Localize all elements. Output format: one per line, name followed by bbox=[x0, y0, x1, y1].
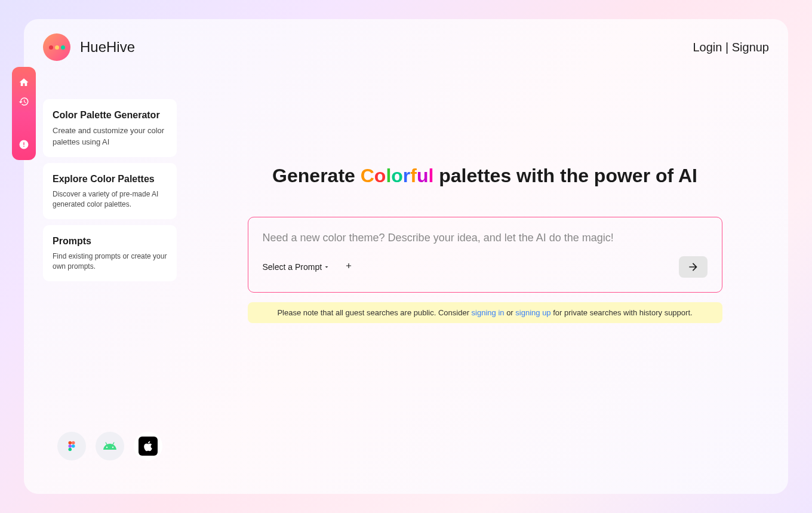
plus-icon[interactable] bbox=[345, 262, 353, 272]
option-desc: Discover a variety of pre-made AI genera… bbox=[53, 189, 167, 210]
center-panel: Generate Colorful palettes with the powe… bbox=[201, 75, 769, 323]
notice-text-1: Please note that all guest searches are … bbox=[277, 308, 471, 317]
option-title: Prompts bbox=[53, 235, 167, 248]
auth-divider: | bbox=[722, 41, 731, 54]
prompt-placeholder[interactable]: Need a new color theme? Describe your id… bbox=[263, 232, 708, 244]
option-card-1[interactable]: Explore Color PalettesDiscover a variety… bbox=[43, 163, 177, 219]
logo-icon bbox=[43, 33, 70, 61]
logo-area[interactable]: HueHive bbox=[43, 33, 135, 61]
svg-point-0 bbox=[69, 441, 72, 445]
platform-icons bbox=[57, 432, 162, 460]
main-card: HueHive Login | Signup Color Palette Gen… bbox=[24, 19, 788, 494]
option-card-0[interactable]: Color Palette GeneratorCreate and custom… bbox=[43, 99, 177, 157]
input-row: Select a Prompt bbox=[263, 256, 708, 278]
header: HueHive Login | Signup bbox=[24, 19, 788, 75]
chevron-down-icon bbox=[323, 263, 330, 271]
headline-colorful: Colorful bbox=[361, 165, 434, 186]
left-panel: Color Palette GeneratorCreate and custom… bbox=[43, 99, 177, 323]
history-icon[interactable] bbox=[18, 96, 30, 107]
option-desc: Create and customize your color palettes… bbox=[53, 125, 167, 147]
auth-links: Login | Signup bbox=[693, 41, 769, 54]
apple-icon[interactable] bbox=[134, 432, 162, 460]
select-prompt-dropdown[interactable]: Select a Prompt bbox=[263, 262, 331, 272]
prompt-input-box: Need a new color theme? Describe your id… bbox=[248, 217, 722, 293]
signup-link-notice[interactable]: signing up bbox=[515, 308, 550, 317]
floating-sidebar bbox=[12, 67, 36, 160]
option-card-2[interactable]: PromptsFind existing prompts or create y… bbox=[43, 225, 177, 281]
headline-suffix: palettes with the power of AI bbox=[433, 165, 697, 186]
signup-link[interactable]: Signup bbox=[732, 41, 769, 54]
notice-text-3: for private searches with history suppor… bbox=[551, 308, 693, 317]
svg-point-2 bbox=[69, 444, 72, 448]
login-link[interactable]: Login bbox=[693, 41, 722, 54]
select-prompt-area: Select a Prompt bbox=[263, 262, 353, 272]
option-desc: Find existing prompts or create your own… bbox=[53, 251, 167, 272]
headline: Generate Colorful palettes with the powe… bbox=[272, 165, 697, 187]
svg-point-1 bbox=[72, 441, 75, 445]
signin-link[interactable]: signing in bbox=[472, 308, 505, 317]
notice-text-2: or bbox=[505, 308, 516, 317]
svg-point-4 bbox=[69, 448, 72, 451]
content-area: Color Palette GeneratorCreate and custom… bbox=[24, 75, 788, 323]
submit-button[interactable] bbox=[679, 256, 708, 278]
arrow-right-icon bbox=[687, 261, 699, 273]
home-icon[interactable] bbox=[18, 76, 30, 88]
alert-icon[interactable] bbox=[18, 139, 30, 150]
headline-prefix: Generate bbox=[272, 165, 361, 186]
notice-bar: Please note that all guest searches are … bbox=[248, 302, 722, 323]
option-title: Color Palette Generator bbox=[53, 109, 167, 122]
option-title: Explore Color Palettes bbox=[53, 173, 167, 186]
app-title: HueHive bbox=[80, 39, 135, 56]
android-icon[interactable] bbox=[96, 432, 124, 460]
svg-point-3 bbox=[72, 444, 75, 448]
select-prompt-label: Select a Prompt bbox=[263, 262, 322, 272]
figma-icon[interactable] bbox=[57, 432, 86, 460]
